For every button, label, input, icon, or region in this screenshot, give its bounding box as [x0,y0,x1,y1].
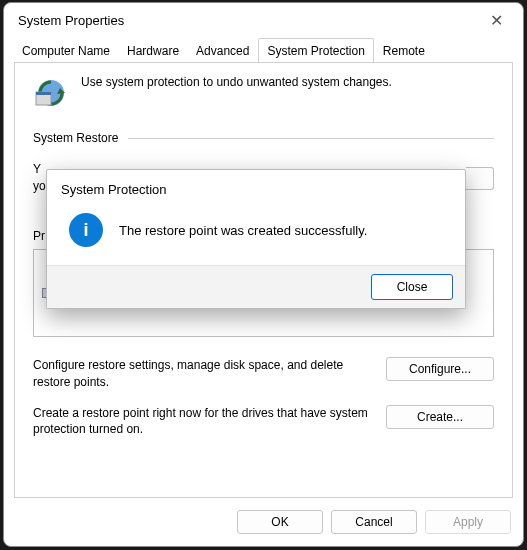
dialog-footer: OK Cancel Apply [4,504,523,546]
configure-row: Configure restore settings, manage disk … [33,357,494,391]
dialog-footer-bar: Close [47,265,465,308]
ok-button[interactable]: OK [237,510,323,534]
tab-hardware[interactable]: Hardware [119,38,187,63]
tab-strip: Computer Name Hardware Advanced System P… [14,37,513,62]
dialog-message: The restore point was created successful… [119,223,367,238]
cancel-button[interactable]: Cancel [331,510,417,534]
titlebar: System Properties ✕ [4,3,523,37]
tab-remote[interactable]: Remote [375,38,433,63]
tab-system-protection[interactable]: System Protection [258,38,373,63]
section-heading-restore: System Restore [33,131,494,145]
window-title: System Properties [18,13,124,28]
system-restore-button-partial[interactable] [466,167,494,190]
create-button[interactable]: Create... [386,405,494,429]
create-text: Create a restore point right now for the… [33,405,374,439]
section-heading-restore-label: System Restore [33,131,118,145]
intro-text: Use system protection to undo unwanted s… [81,75,392,89]
info-icon: i [69,213,103,247]
divider [128,138,494,139]
tab-computer-name[interactable]: Computer Name [14,38,118,63]
section-heading-protection-label: Pr [33,229,45,243]
intro-row: Use system protection to undo unwanted s… [33,75,494,109]
dialog-title: System Protection [47,170,465,203]
dialog-close-button[interactable]: Close [371,274,453,300]
create-row: Create a restore point right now for the… [33,405,494,439]
apply-button[interactable]: Apply [425,510,511,534]
configure-button[interactable]: Configure... [386,357,494,381]
confirmation-dialog: System Protection i The restore point wa… [46,169,466,309]
configure-text: Configure restore settings, manage disk … [33,357,374,391]
tab-advanced[interactable]: Advanced [188,38,257,63]
system-protection-icon [33,75,67,109]
dialog-body: i The restore point was created successf… [47,203,465,265]
restore-description-partial: Y yo [33,161,46,195]
close-icon[interactable]: ✕ [480,5,513,36]
svg-rect-3 [36,92,51,95]
